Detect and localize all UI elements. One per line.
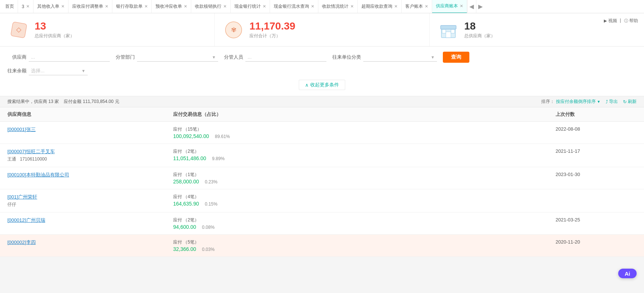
nav-tab-receipt-stats[interactable]: 收款情况统计 ✕ [318,0,358,13]
sort-value[interactable]: 按应付余额倒序排序 [556,99,596,104]
table-row: [001]广州荣轩 仔仔 应付 （4笔） 164,635.90 0.15% [0,189,644,213]
tx-row-2: 11,051,486.00 9.89% [173,155,556,161]
close-icon[interactable]: ✕ [394,4,398,9]
video-label[interactable]: 视频 [608,18,617,23]
supplier-link-6[interactable]: [000002]李四 [7,239,173,246]
filter-row-1: 供应商 分管部门 ▼ 分管人员 往来单位分类 ▼ 查询 [7,52,637,63]
filter-label-person: 分管人员 [224,54,243,61]
tx-info-2: 应付 （2笔） 11,051,486.00 9.89% [173,148,556,161]
nav-prev-arrow[interactable]: ◀ [467,0,476,13]
filter-input-balance[interactable] [29,66,88,75]
tx-pct-2: 9.89% [212,156,225,161]
collapse-button[interactable]: ∧ 收起更多条件 [299,80,345,90]
filter-input-dept[interactable] [137,53,218,62]
collapse-row: ∧ 收起更多条件 [7,79,637,92]
video-link[interactable]: ▶ 视频 [604,18,617,24]
close-icon[interactable]: ✕ [223,4,227,9]
tx-row-1: 100,092,540.00 89.61% [173,133,556,139]
nav-tab-customer-ledger[interactable]: 客户账本 ✕ [402,0,432,13]
tx-pct-1: 89.61% [215,134,230,139]
export-button[interactable]: ⤴ 导出 [606,99,618,105]
close-icon[interactable]: ✕ [350,4,354,9]
tx-row-6: 32,366.00 0.03% [173,246,556,252]
stat-block-payable-amount: ✾ 11,170.39 应付合计（万） [215,13,430,46]
nav-tab-ar-ap-adjust[interactable]: 应收应付调整单 ✕ [69,0,112,13]
filter-input-person[interactable] [245,53,326,62]
collapse-button-label: 收起更多条件 [310,82,339,88]
grain-icon: ✾ [224,20,244,40]
help-label[interactable]: 帮助 [629,18,638,23]
svg-rect-7 [442,30,446,33]
sort-label-text: 排序： [541,99,554,104]
col-header-supplier: 供应商信息 [7,111,173,118]
tx-amount-2[interactable]: 11,051,486.00 [173,155,206,161]
tx-label-6: 应付 （5笔） [173,239,556,245]
tx-row-5: 94,600.00 0.08% [173,224,556,230]
help-links: ▶ 视频 | ⓘ 帮助 [604,18,638,24]
filter-balance-wrap: ▼ [29,66,88,75]
nav-tab-supplier-ledger[interactable]: 供应商账本 ✕ [432,0,467,13]
nav-tab-other-income[interactable]: 其他收入单 ✕ [34,0,69,13]
tx-pct-5: 0.08% [202,225,214,230]
help-link[interactable]: ⓘ 帮助 [624,18,638,24]
nav-tab-home[interactable]: 首页 [1,0,18,13]
lastpay-cell-5: 2021-03-25 [556,217,637,223]
supplier-cell-3: [000100]本特勤油品有限公司 [7,172,173,178]
tx-amount-4[interactable]: 164,635.90 [173,201,199,207]
filter-input-supplier[interactable] [29,53,110,62]
sort-label: 排序： 按应付余额倒序排序 ▼ [541,99,601,105]
close-icon[interactable]: ✕ [144,4,148,9]
nav-tab-home-label: 首页 [5,3,14,10]
supplier-link-3[interactable]: [000100]本特勤油品有限公司 [7,172,173,178]
tx-amount-5[interactable]: 94,600.00 [173,224,196,230]
tx-amount-6[interactable]: 32,366.00 [173,246,196,252]
refresh-button[interactable]: ↻ 刷新 [623,99,637,105]
supplier-link-5[interactable]: [000012]广州贝瑞 [7,217,173,224]
supplier-cell-1: [000001]张三 [7,126,173,133]
close-icon[interactable]: ✕ [184,4,187,9]
stat-number-payable-suppliers: 13 [35,20,74,32]
tx-pct-3: 0.23% [205,179,217,185]
result-amount-unit: 元 [115,99,119,104]
close-icon[interactable]: ✕ [105,4,108,9]
tx-info-6: 应付 （5笔） 32,366.00 0.03% [173,239,556,252]
ai-button[interactable]: Ai [618,269,637,278]
search-button[interactable]: 查询 [443,52,469,63]
nav-tab-supplier-ledger-label: 供应商账本 [436,3,458,9]
lastpay-date-2: 2021-11-17 [556,148,580,154]
nav-tab-bank-deposit[interactable]: 银行存取款单 ✕ [112,0,152,13]
nav-tab-payment-verify[interactable]: 收款核销执行 ✕ [191,0,231,13]
transaction-cell-1: 应付 （15笔） 100,092,540.00 89.61% [173,126,556,139]
close-icon[interactable]: ✕ [26,4,29,9]
nav-next-arrow[interactable]: ▶ [476,0,485,13]
transaction-cell-6: 应付 （5笔） 32,366.00 0.03% [173,239,556,252]
nav-tab-payment-verify-label: 收款核销执行 [195,3,221,10]
supplier-cell-5: [000012]广州贝瑞 [7,217,173,224]
svg-rect-8 [451,30,455,33]
chevron-up-icon: ∧ [305,82,309,88]
nav-tab-overdue-ar[interactable]: 超期应收款查询 ✕ [358,0,402,13]
stat-label-payable-suppliers: 总应付供应商（家） [35,33,74,39]
filter-row-2: 往来余额 ▼ [7,66,637,75]
nav-tab-cash-bank-flow[interactable]: 现金银行流水查询 ✕ [270,0,318,13]
close-icon[interactable]: ✕ [311,4,314,9]
close-icon[interactable]: ✕ [263,4,266,9]
table-row: [000100]本特勤油品有限公司 应付 （1笔） 258,000.00 0.2… [0,167,644,189]
supplier-link-2[interactable]: [000007]恒旺二手叉车 [7,148,173,155]
filter-label-balance: 往来余额 [7,68,27,74]
nav-tab-cash-bank-stats[interactable]: 现金银行统计 ✕ [231,0,270,13]
nav-tab-3[interactable]: 3 ✕ [18,0,34,13]
filter-input-category[interactable] [363,53,437,62]
tx-label-2: 应付 （2笔） [173,148,556,155]
close-icon[interactable]: ✕ [460,4,463,8]
tx-amount-3[interactable]: 258,000.00 [173,179,199,185]
tx-amount-1[interactable]: 100,092,540.00 [173,133,209,139]
nav-tab-prepay-offset[interactable]: 预收冲应收单 ✕ [152,0,191,13]
supplier-link-4[interactable]: [001]广州荣轩 [7,194,173,200]
close-icon[interactable]: ✕ [61,4,64,9]
filter-label-supplier: 供应商 [7,54,27,61]
transaction-cell-5: 应付 （2笔） 94,600.00 0.08% [173,217,556,230]
supplier-link-1[interactable]: [000001]张三 [7,126,173,133]
close-icon[interactable]: ✕ [425,4,428,9]
filter-label-category: 往来单位分类 [332,54,361,61]
